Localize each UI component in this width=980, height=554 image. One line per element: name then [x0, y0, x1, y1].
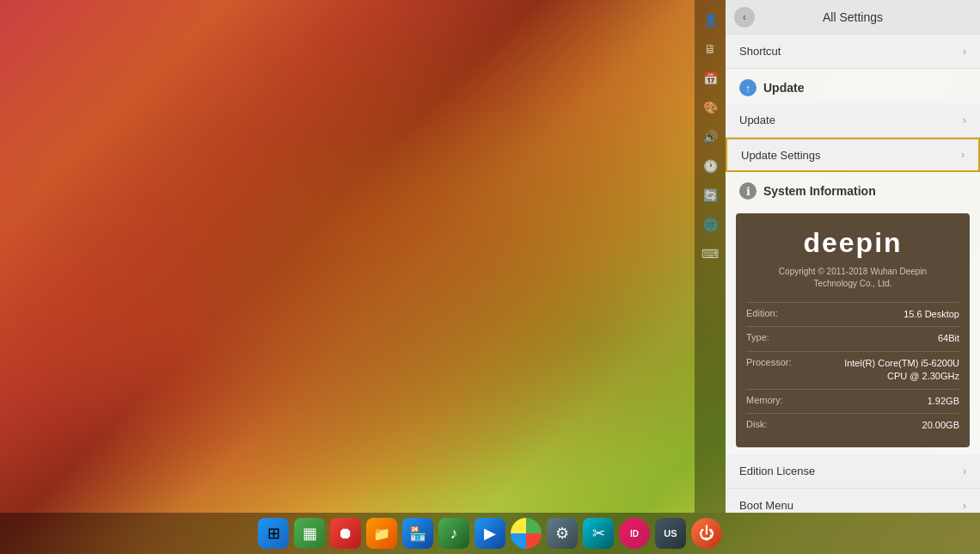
sidebar-icon-network[interactable]: 🌐 [697, 212, 723, 237]
memory-label: Memory: [746, 395, 783, 405]
edition-row: Edition: 15.6 Desktop [746, 302, 959, 326]
update-row-label: Update [739, 114, 775, 126]
boot-menu-row[interactable]: Boot Menu › [726, 489, 980, 513]
disk-row: Disk: 20.00GB [746, 413, 959, 437]
memory-row: Memory: 1.92GB [746, 389, 959, 413]
edition-label: Edition: [746, 308, 778, 318]
taskbar-store[interactable]: 🏪 [402, 518, 433, 549]
taskbar-screenshot[interactable]: ✂ [583, 518, 614, 549]
sidebar-icon-account[interactable]: 👤 [697, 7, 723, 33]
update-section-header: ↑ Update [726, 69, 980, 103]
update-settings-label: Update Settings [741, 149, 821, 162]
taskbar-record[interactable]: ⏺ [330, 518, 361, 549]
system-info-card: deepin Copyright © 2011-2018 Wuhan Deepi… [736, 213, 970, 447]
taskbar-video[interactable]: ▶ [475, 518, 505, 549]
back-icon: ‹ [743, 11, 746, 23]
sidebar-icon-display[interactable]: 🖥 [697, 36, 723, 62]
processor-label: Processor: [746, 357, 792, 367]
taskbar-music[interactable]: ♪ [438, 518, 469, 549]
update-settings-row[interactable]: Update Settings › [726, 138, 980, 172]
shortcut-row[interactable]: Shortcut › [726, 34, 980, 69]
shortcut-label: Shortcut [739, 45, 781, 58]
taskbar-chrome[interactable] [511, 518, 542, 549]
sysinfo-section-title: System Information [763, 184, 876, 198]
taskbar-power[interactable]: ⏻ [691, 518, 722, 549]
sidebar-icon-keyboard[interactable]: ⌨ [697, 241, 723, 267]
sidebar-strip: 👤 🖥 📅 🎨 🔊 🕐 🔄 🌐 ⌨ [695, 0, 726, 513]
boot-menu-label: Boot Menu [739, 499, 793, 512]
back-button[interactable]: ‹ [734, 7, 755, 28]
sidebar-icon-sound[interactable]: 🔊 [697, 124, 723, 150]
disk-value: 20.00GB [922, 419, 959, 432]
taskbar-lang[interactable]: US [655, 518, 686, 549]
deepin-logo: deepin [746, 227, 959, 259]
update-row[interactable]: Update › [726, 103, 980, 138]
type-value: 64Bit [938, 332, 959, 345]
boot-menu-chevron: › [963, 500, 966, 512]
taskbar-deepin-id[interactable]: ID [619, 518, 650, 549]
update-icon: ↑ [739, 79, 756, 96]
edition-license-row[interactable]: Edition License › [726, 454, 980, 489]
type-label: Type: [746, 332, 769, 342]
taskbar-multitask[interactable]: ▦ [294, 518, 325, 549]
sidebar-icon-sync[interactable]: 🔄 [697, 182, 723, 208]
sidebar-icon-calendar[interactable]: 📅 [697, 65, 723, 91]
edition-license-label: Edition License [739, 465, 815, 477]
sysinfo-icon: ℹ [739, 182, 756, 200]
taskbar: ⊞ ▦ ⏺ 📁 🏪 ♪ ▶ ⚙ ✂ ID US ⏻ [0, 513, 980, 554]
copyright-text: Copyright © 2011-2018 Wuhan DeepinTechno… [746, 266, 959, 290]
sidebar-icon-theme[interactable]: 🎨 [697, 95, 723, 120]
disk-label: Disk: [746, 419, 767, 429]
taskbar-settings[interactable]: ⚙ [547, 518, 578, 549]
update-section-title: Update [763, 81, 804, 95]
taskbar-launcher[interactable]: ⊞ [258, 518, 289, 549]
type-row: Type: 64Bit [746, 326, 959, 350]
settings-panel: ‹ All Settings Shortcut › ↑ Update Updat… [726, 0, 980, 513]
update-chevron: › [963, 114, 966, 126]
bottom-rows: Edition License › Boot Menu › [726, 454, 980, 513]
sidebar-icon-time[interactable]: 🕐 [697, 153, 723, 179]
processor-value: Intel(R) Core(TM) i5-6200UCPU @ 2.30GHz [844, 357, 959, 384]
processor-row: Processor: Intel(R) Core(TM) i5-6200UCPU… [746, 351, 959, 389]
settings-header: ‹ All Settings [726, 0, 980, 34]
shortcut-chevron: › [963, 46, 966, 58]
sysinfo-section-header: ℹ System Information [726, 172, 980, 206]
update-settings-chevron: › [961, 149, 965, 161]
memory-value: 1.92GB [928, 395, 959, 408]
edition-value: 15.6 Desktop [903, 308, 959, 321]
edition-license-chevron: › [963, 465, 966, 477]
taskbar-files[interactable]: 📁 [366, 518, 397, 549]
settings-panel-title: All Settings [762, 10, 944, 24]
